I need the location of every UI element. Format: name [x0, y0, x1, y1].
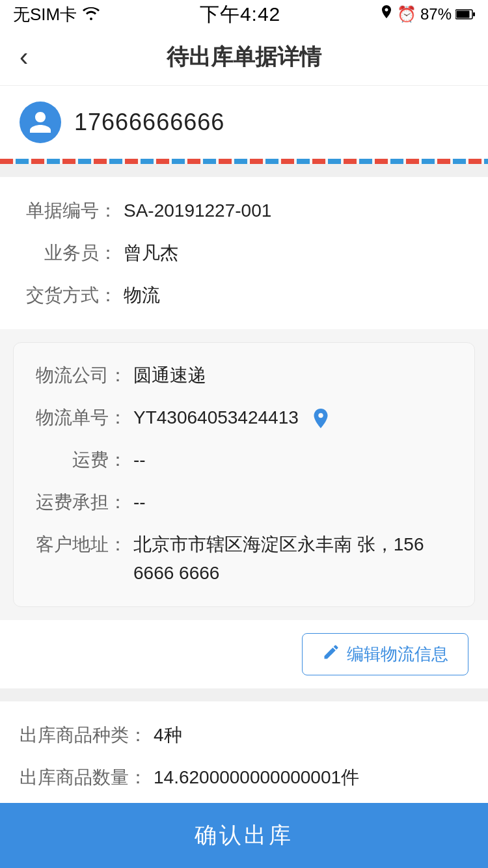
- wifi-icon: [82, 5, 100, 25]
- avatar: [20, 102, 61, 143]
- customer-header: 17666666666: [0, 86, 488, 159]
- nav-bar: ‹ 待出库单据详情: [0, 29, 488, 86]
- freight-bear-label: 运费承担：: [29, 488, 127, 517]
- logistics-tracking-row: 物流单号： YT43064053424413: [29, 403, 459, 433]
- status-bar: 无SIM卡 下午4:42 ⏰ 87%: [0, 0, 488, 29]
- delivery-label: 交货方式：: [20, 281, 117, 310]
- goods-type-value: 4种: [154, 721, 468, 750]
- carrier-label: 无SIM卡: [13, 3, 77, 26]
- freight-label: 运费：: [29, 446, 127, 475]
- edit-icon: [322, 643, 340, 666]
- edit-logistics-button[interactable]: 编辑物流信息: [302, 633, 468, 675]
- status-right: ⏰ 87%: [380, 5, 475, 23]
- customer-phone: 17666666666: [74, 109, 224, 136]
- svg-rect-2: [456, 11, 469, 18]
- goods-info-card: 出库商品种类： 4种 出库商品数量： 14.6200000000000001件: [0, 701, 488, 812]
- confirm-bar[interactable]: 确认出库: [0, 803, 488, 868]
- tracking-location-icon[interactable]: [309, 407, 332, 430]
- agent-value: 曾凡杰: [124, 239, 468, 268]
- doc-number-label: 单据编号：: [20, 197, 117, 226]
- agent-label: 业务员：: [20, 239, 117, 268]
- delivery-row: 交货方式： 物流: [20, 281, 468, 310]
- section-gap-2: [0, 688, 488, 701]
- goods-quantity-label: 出库商品数量：: [20, 763, 147, 793]
- customer-address-label: 客户地址：: [29, 530, 127, 560]
- customer-address-row: 客户地址： 北京市市辖区海淀区永丰南 张，156 6666 6666: [29, 530, 459, 589]
- status-left: 无SIM卡: [13, 3, 100, 26]
- alarm-icon: ⏰: [397, 5, 416, 23]
- confirm-button[interactable]: 确认出库: [195, 821, 293, 850]
- freight-value: --: [133, 446, 459, 475]
- location-status-icon: [380, 5, 393, 23]
- freight-bear-row: 运费承担： --: [29, 488, 459, 517]
- goods-quantity-value: 14.6200000000000001件: [154, 763, 468, 793]
- logistics-company-row: 物流公司： 圆通速递: [29, 361, 459, 390]
- back-button[interactable]: ‹: [20, 42, 59, 72]
- freight-bear-value: --: [133, 488, 459, 517]
- goods-quantity-row: 出库商品数量： 14.6200000000000001件: [20, 763, 468, 793]
- delivery-value: 物流: [124, 281, 468, 310]
- edit-logistics-label: 编辑物流信息: [347, 643, 448, 666]
- logistics-card: 物流公司： 圆通速递 物流单号： YT43064053424413 运费： --…: [13, 342, 475, 607]
- logistics-company-label: 物流公司：: [29, 361, 127, 390]
- edit-logistics-section: 编辑物流信息: [0, 620, 488, 688]
- svg-rect-1: [473, 12, 475, 16]
- agent-row: 业务员： 曾凡杰: [20, 239, 468, 268]
- status-time: 下午4:42: [200, 1, 280, 28]
- dashed-divider: [0, 159, 488, 164]
- goods-type-row: 出库商品种类： 4种: [20, 721, 468, 750]
- goods-type-label: 出库商品种类：: [20, 721, 147, 750]
- freight-row: 运费： --: [29, 446, 459, 475]
- doc-number-value: SA-20191227-001: [124, 197, 468, 226]
- page-title: 待出库单据详情: [167, 42, 321, 72]
- logistics-tracking-label: 物流单号：: [29, 403, 127, 433]
- customer-address-value: 北京市市辖区海淀区永丰南 张，156 6666 6666: [133, 530, 459, 589]
- section-gap-1: [0, 164, 488, 177]
- doc-number-row: 单据编号： SA-20191227-001: [20, 197, 468, 226]
- battery-label: 87%: [420, 5, 452, 23]
- document-info-card: 单据编号： SA-20191227-001 业务员： 曾凡杰 交货方式： 物流: [0, 177, 488, 329]
- logistics-company-value: 圆通速递: [133, 361, 459, 390]
- battery-icon: [455, 5, 475, 23]
- logistics-tracking-value: YT43064053424413: [133, 403, 459, 433]
